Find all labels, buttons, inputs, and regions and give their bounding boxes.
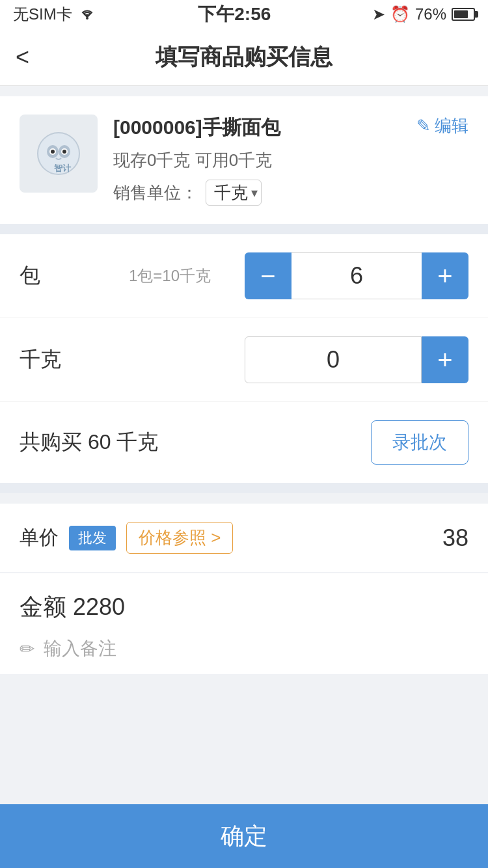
kg-plus-button[interactable]: + bbox=[422, 336, 468, 383]
status-left: 无SIM卡 bbox=[13, 4, 97, 25]
remark-row[interactable]: ✏ 输入备注 bbox=[20, 636, 468, 661]
price-type-tag: 批发 bbox=[69, 526, 116, 550]
pack-quantity-input[interactable] bbox=[291, 252, 422, 299]
price-label: 单价 bbox=[20, 524, 59, 551]
unit-select[interactable]: 千克 bbox=[206, 180, 262, 206]
svg-point-0 bbox=[86, 17, 88, 20]
svg-point-7 bbox=[62, 150, 66, 154]
product-card: 智计 [0000006]手撕面包 现存0千克 可用0千克 销售单位： 千克 ✎ … bbox=[0, 96, 488, 224]
amount-row: 金额 2280 bbox=[20, 591, 468, 623]
kg-label: 千克 bbox=[20, 346, 124, 374]
status-time: 下午2:56 bbox=[198, 2, 271, 27]
edit-icon: ✎ bbox=[416, 116, 431, 136]
nav-bar: < 填写商品购买信息 bbox=[0, 29, 488, 86]
unit-label: 销售单位： bbox=[113, 182, 198, 204]
svg-point-6 bbox=[51, 150, 55, 154]
kg-row: 千克 + bbox=[0, 318, 488, 402]
page-title: 填写商品购买信息 bbox=[156, 42, 332, 72]
battery-icon bbox=[452, 8, 475, 21]
pencil-icon: ✏ bbox=[20, 638, 34, 660]
amount-section: 金额 2280 ✏ 输入备注 bbox=[0, 573, 488, 674]
product-unit-row: 销售单位： 千克 bbox=[113, 180, 468, 206]
price-section: 单价 批发 价格参照 > 38 bbox=[0, 504, 488, 572]
edit-button[interactable]: ✎ 编辑 bbox=[416, 115, 468, 137]
edit-label: 编辑 bbox=[435, 115, 468, 137]
kg-controls: + bbox=[245, 336, 468, 383]
battery-text: 76% bbox=[415, 5, 446, 23]
total-row: 共购买 60 千克 录批次 bbox=[0, 402, 488, 483]
price-row: 单价 批发 价格参照 > 38 bbox=[20, 522, 468, 554]
wifi-icon bbox=[77, 5, 97, 23]
pack-plus-button[interactable]: + bbox=[422, 252, 468, 299]
location-icon: ➤ bbox=[372, 5, 385, 23]
pack-hint: 1包=10千克 bbox=[129, 265, 211, 286]
price-reference-button[interactable]: 价格参照 > bbox=[126, 522, 233, 554]
input-section: 包 1包=10千克 − + 千克 + bbox=[0, 234, 488, 402]
kg-quantity-input[interactable] bbox=[245, 336, 422, 383]
alarm-icon: ⏰ bbox=[390, 5, 410, 23]
price-value: 38 bbox=[442, 524, 468, 552]
product-info: [0000006]手撕面包 现存0千克 可用0千克 销售单位： 千克 bbox=[113, 115, 468, 206]
product-stock: 现存0千克 可用0千克 bbox=[113, 149, 468, 172]
divider-2 bbox=[0, 483, 488, 493]
unit-select-wrap[interactable]: 千克 bbox=[206, 180, 262, 206]
product-name: [0000006]手撕面包 bbox=[113, 115, 468, 141]
product-thumbnail: 智计 bbox=[20, 115, 98, 193]
pack-label: 包 bbox=[20, 262, 124, 290]
confirm-button[interactable]: 确定 bbox=[0, 804, 488, 868]
status-bar: 无SIM卡 下午2:56 ➤ ⏰ 76% bbox=[0, 0, 488, 29]
status-right: ➤ ⏰ 76% bbox=[372, 5, 475, 23]
carrier-text: 无SIM卡 bbox=[13, 4, 72, 25]
pack-row: 包 1包=10千克 − + bbox=[0, 234, 488, 318]
back-button[interactable]: < bbox=[16, 44, 29, 71]
record-batch-button[interactable]: 录批次 bbox=[371, 420, 468, 465]
divider-1 bbox=[0, 224, 488, 234]
total-label: 共购买 60 千克 bbox=[20, 428, 158, 457]
svg-text:智计: 智计 bbox=[53, 163, 72, 173]
remark-placeholder: 输入备注 bbox=[44, 636, 116, 661]
pack-controls: − + bbox=[245, 252, 468, 299]
pack-minus-button[interactable]: − bbox=[245, 252, 291, 299]
